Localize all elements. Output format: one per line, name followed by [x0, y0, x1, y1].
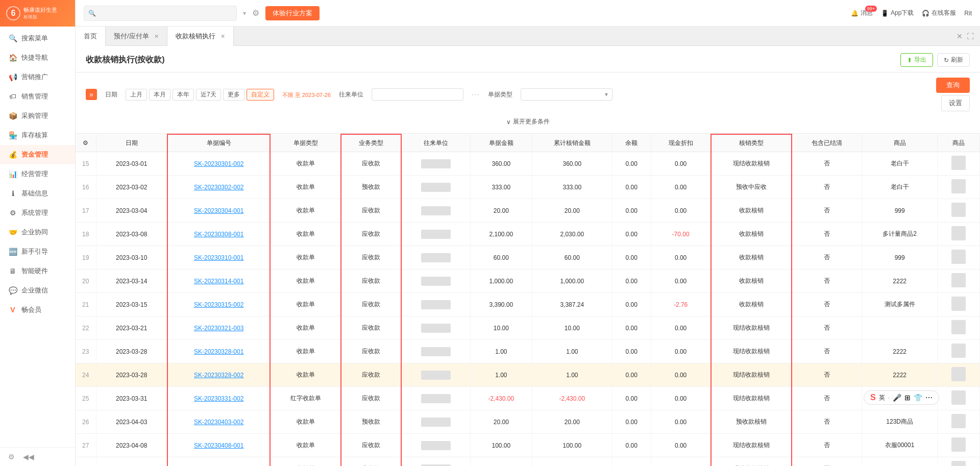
- sidebar-item-sales[interactable]: 🏷 销售管理: [0, 87, 75, 106]
- cell-doc-no[interactable]: SK-20230315-002: [167, 293, 271, 316]
- custom-date-btn[interactable]: 自定义: [247, 89, 274, 101]
- cell-doc-no[interactable]: SK-20230308-001: [167, 223, 271, 246]
- table-row[interactable]: 20 2023-03-14 SK-20230314-001 收款单 应收款 **…: [76, 269, 980, 293]
- export-btn[interactable]: ⬆ 导出: [900, 53, 933, 67]
- table-row[interactable]: 22 2023-03-21 SK-20230321-003 收款单 应收款 **…: [76, 316, 980, 340]
- col-doc-type[interactable]: 单据类型: [270, 134, 340, 152]
- tab-home[interactable]: 首页: [76, 27, 106, 46]
- table-row[interactable]: 21 2023-03-15 SK-20230315-002 收款单 应收款 **…: [76, 293, 980, 316]
- tab-close-all-icon[interactable]: ✕: [957, 32, 963, 40]
- table-row[interactable]: 17 2023-03-04 SK-20230304-001 收款单 应收款 **…: [76, 199, 980, 223]
- sidebar-item-operations[interactable]: 📊 经营管理: [0, 164, 75, 184]
- industry-btn[interactable]: 体验行业方案: [265, 6, 320, 20]
- online-service-btn[interactable]: 🎧 在线客服: [922, 9, 956, 17]
- col-product[interactable]: 商品: [862, 134, 938, 152]
- last-7days-btn[interactable]: 近7天: [196, 89, 221, 101]
- col-date[interactable]: 日期: [96, 134, 167, 152]
- this-month-btn[interactable]: 本月: [149, 89, 170, 101]
- cell-doc-no[interactable]: SK-20230302-002: [167, 176, 271, 199]
- cell-doc-no[interactable]: SK-20230328-002: [167, 363, 271, 387]
- cell-verify-type: 现结收款核销: [711, 457, 792, 467]
- more-date-btn[interactable]: 更多: [223, 89, 244, 101]
- mic-icon[interactable]: 🎤: [893, 394, 901, 402]
- filter-dots[interactable]: ···: [472, 91, 480, 98]
- cell-doc-type: 收款单: [270, 176, 340, 199]
- sidebar-item-search[interactable]: 🔍 搜索菜单: [0, 29, 75, 48]
- col-amount[interactable]: 单据金额: [470, 134, 532, 152]
- collapse-icon[interactable]: ◀◀: [23, 453, 34, 461]
- col-verified[interactable]: 累计核销金额: [532, 134, 612, 152]
- sidebar-item-guide[interactable]: 🆕 新手引导: [0, 242, 75, 261]
- cell-doc-no[interactable]: SK-20230304-001: [167, 199, 271, 223]
- table-row[interactable]: 18 2023-03-08 SK-20230308-001 收款单 应收款 **…: [76, 223, 980, 246]
- cell-doc-no[interactable]: SK-20230321-003: [167, 316, 271, 340]
- col-balance[interactable]: 余额: [612, 134, 651, 152]
- filter-expand-btn[interactable]: ∨ 展开更多条件: [86, 115, 970, 128]
- table-row[interactable]: 27 2023-04-08 SK-20230408-001 收款单 应收款 **…: [76, 434, 980, 457]
- notifications-btn[interactable]: 🔔 消息 99+: [851, 9, 873, 17]
- col-gear[interactable]: ⚙: [76, 134, 96, 152]
- col-doc-no[interactable]: 单据编号: [167, 134, 271, 152]
- sidebar-item-collab[interactable]: 🤝 企业协同: [0, 223, 75, 242]
- sidebar-item-hardware[interactable]: 🖥 智能硬件: [0, 261, 75, 281]
- cell-doc-no[interactable]: SK-20230331-002: [167, 387, 271, 410]
- brand-name: 畅康道好生意: [23, 6, 57, 13]
- col-biz-type[interactable]: 业务类型: [341, 134, 401, 152]
- partner-input[interactable]: [372, 88, 463, 101]
- table-row[interactable]: 19 2023-03-10 SK-20230310-001 收款单 应收款 **…: [76, 246, 980, 269]
- table-row[interactable]: 23 2023-03-28 SK-20230328-001 收款单 应收款 **…: [76, 340, 980, 363]
- refresh-btn[interactable]: ↻ 刷新: [937, 53, 970, 67]
- sidebar-item-finance[interactable]: 💰 资金管理: [0, 145, 75, 164]
- filter-toggle-btn[interactable]: »: [86, 89, 97, 100]
- table-row[interactable]: 15 2023-03-01 SK-20230301-002 收款单 应收款 **…: [76, 152, 980, 176]
- sidebar-item-basic[interactable]: ℹ 基础信息: [0, 184, 75, 203]
- tab-prepay[interactable]: 预付/应付单 ✕: [106, 27, 167, 46]
- settings-icon[interactable]: ⚙: [8, 453, 15, 461]
- cell-doc-no[interactable]: SK-20230314-001: [167, 269, 271, 293]
- cell-product-img: [938, 269, 980, 293]
- cell-doc-no[interactable]: SK-20230403-002: [167, 410, 271, 434]
- col-discount[interactable]: 现金折扣: [651, 134, 710, 152]
- sidebar-item-marketing[interactable]: 📢 营销推广: [0, 67, 75, 87]
- table-row[interactable]: 25 2023-03-31 SK-20230331-002 红字收款单 应收款 …: [76, 387, 980, 410]
- dropdown-arrow-icon[interactable]: ▾: [243, 10, 246, 17]
- this-year-btn[interactable]: 本年: [173, 89, 194, 101]
- query-btn[interactable]: 查询: [936, 78, 970, 93]
- last-month-btn[interactable]: 上月: [126, 89, 147, 101]
- settings-btn[interactable]: 设置: [941, 95, 970, 111]
- extend-icon[interactable]: ⋯: [925, 394, 933, 402]
- cell-balance: 0.00: [612, 340, 651, 363]
- sidebar-item-system[interactable]: ⚙ 系统管理: [0, 203, 75, 223]
- cell-doc-no[interactable]: SK-20230328-001: [167, 340, 271, 363]
- cell-doc-no[interactable]: SK-20230418-001: [167, 457, 271, 467]
- collab-icon: 🤝: [8, 228, 17, 236]
- shirt-icon[interactable]: 👕: [914, 394, 922, 402]
- table-row[interactable]: 26 2023-04-03 SK-20230403-002 收款单 预收款 **…: [76, 410, 980, 434]
- gear-icon[interactable]: ⚙: [252, 8, 259, 18]
- sidebar-item-member[interactable]: V 畅会员: [0, 300, 75, 320]
- col-partner[interactable]: 往来单位: [401, 134, 470, 152]
- doc-type-select[interactable]: ▾: [521, 88, 612, 101]
- sidebar-item-purchase[interactable]: 📦 采购管理: [0, 106, 75, 126]
- cell-doc-no[interactable]: SK-20230301-002: [167, 152, 271, 176]
- header-search-bar[interactable]: 🔍: [84, 6, 237, 21]
- tab-expand-icon[interactable]: ⛶: [967, 32, 974, 40]
- table-row[interactable]: 16 2023-03-02 SK-20230302-002 收款单 预收款 **…: [76, 176, 980, 199]
- tab-collection-exec[interactable]: 收款核销执行 ✕: [167, 27, 234, 46]
- app-download-btn[interactable]: 📱 App下载: [881, 9, 914, 17]
- col-settled[interactable]: 包含已结清: [792, 134, 862, 152]
- col-verify-type[interactable]: 核销类型: [711, 134, 792, 152]
- sidebar-item-wechat[interactable]: 💬 企业微信: [0, 281, 75, 300]
- cell-discount: 0.00: [651, 410, 710, 434]
- sidebar-item-inventory[interactable]: 🏪 库存核算: [0, 126, 75, 145]
- tab-collection-close[interactable]: ✕: [220, 27, 225, 46]
- col-product-img[interactable]: 商品: [938, 134, 980, 152]
- sidebar-item-shortcut[interactable]: 🏠 快捷导航: [0, 48, 75, 67]
- tab-prepay-close[interactable]: ✕: [154, 27, 159, 46]
- cell-doc-no[interactable]: SK-20230408-001: [167, 434, 271, 457]
- cell-product-img: [938, 199, 980, 223]
- grid-icon[interactable]: ⊞: [904, 394, 911, 402]
- cell-doc-no[interactable]: SK-20230310-001: [167, 246, 271, 269]
- table-row[interactable]: 24 2023-03-28 SK-20230328-002 收款单 应收款 **…: [76, 363, 980, 387]
- table-row[interactable]: 28 2023-04-18 SK-20230418-001 收款单 应收款 **…: [76, 457, 980, 467]
